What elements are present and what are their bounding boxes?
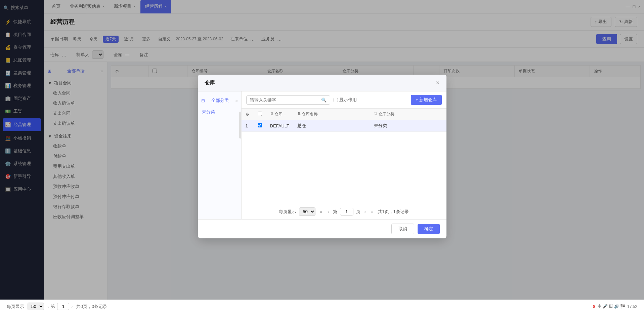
modal-search-icon: 🔍	[321, 97, 327, 103]
modal-table: ⚙ ⇅ 仓库... ⇅ 仓库名称	[242, 109, 446, 132]
taskbar-prev-btn[interactable]: ‹	[47, 304, 49, 309]
modal-prev-page[interactable]: ‹	[326, 208, 330, 215]
sort-icon2: ⇅	[297, 112, 301, 116]
row-checkbox[interactable]	[254, 120, 266, 132]
modal-body: ⊞ 全部分类 « 未分类 🔍 显示停用	[198, 91, 446, 219]
row-select-checkbox[interactable]	[258, 123, 262, 127]
taskbar-page-input[interactable]	[57, 303, 69, 310]
taskbar-per-page-label: 每页显示	[7, 304, 24, 310]
modal-last-page[interactable]: »	[370, 208, 375, 215]
show-disabled-checkbox[interactable]	[334, 98, 338, 102]
modal-page-input[interactable]	[340, 208, 353, 216]
sort-icon: ⇅	[270, 112, 273, 116]
modal-page-label: 第	[333, 209, 337, 215]
modal-sidebar-all-label: 全部分类	[211, 97, 229, 104]
modal-first-page[interactable]: «	[318, 208, 323, 215]
modal-per-page-label: 每页显示	[279, 209, 296, 215]
modal-toolbar: 🔍 显示停用 + 新增仓库	[242, 91, 446, 109]
row-category: 未分类	[370, 120, 446, 132]
modal-sidebar-collapse[interactable]: «	[235, 98, 238, 103]
taskbar-next-btn[interactable]: ›	[71, 304, 73, 309]
taskbar-brand: S	[593, 304, 596, 309]
modal-sidebar-grid-icon: ⊞	[201, 98, 205, 103]
row-name: 总仓	[293, 120, 370, 132]
confirm-button[interactable]: 确定	[418, 224, 440, 234]
taskbar-page-nav: ‹ 第 ›	[47, 303, 73, 310]
modal-sidebar-header: ⊞ 全部分类 «	[198, 95, 241, 106]
add-warehouse-button[interactable]: + 新增仓库	[411, 95, 441, 105]
row-code: DEFAULT	[266, 120, 294, 132]
modal-col-checkbox[interactable]	[254, 109, 266, 120]
modal-table-scroll: ⚙ ⇅ 仓库... ⇅ 仓库名称	[242, 109, 446, 204]
modal-pagination: 每页显示 50 « ‹ 第 页 › » 共1页，1条记录	[242, 204, 446, 219]
sort-icon3: ⇅	[374, 112, 377, 116]
row-id: 1	[242, 120, 254, 132]
modal-main: 🔍 显示停用 + 新增仓库 ⚙	[242, 91, 446, 219]
modal-search-box: 🔍	[246, 95, 330, 105]
taskbar-per-page-select[interactable]: 50	[28, 303, 44, 310]
modal-header: 仓库 ×	[198, 75, 446, 91]
taskbar: 每页显示 50 ‹ 第 › 共0页，0条记录 S 中 🎤 🖼 🔊 🏁 17:52	[0, 300, 644, 313]
taskbar-total: 共0页，0条记录	[76, 304, 107, 310]
modal-col-category: ⇅ 仓库分类	[370, 109, 446, 120]
modal-select-all[interactable]	[258, 112, 262, 116]
cancel-button[interactable]: 取消	[391, 224, 414, 234]
taskbar-page-label: 第	[51, 304, 55, 310]
modal-next-page[interactable]: ›	[363, 208, 367, 215]
modal-sidebar-item-uncategorized[interactable]: 未分类	[198, 106, 241, 118]
modal-search-input[interactable]	[250, 97, 319, 103]
taskbar-time: 17:52	[627, 304, 637, 309]
taskbar-left: 每页显示 50 ‹ 第 › 共0页，0条记录	[7, 303, 107, 310]
modal-per-page-select[interactable]: 50	[299, 207, 315, 216]
warehouse-modal: 仓库 × ⊞ 全部分类 « 未分类	[198, 75, 446, 238]
modal-total-label: 共1页，1条记录	[378, 209, 409, 215]
modal-page-next-label: 页	[356, 209, 360, 215]
modal-footer: 取消 确定	[198, 219, 446, 238]
modal-overlay: 仓库 × ⊞ 全部分类 « 未分类	[0, 0, 644, 313]
modal-table-row[interactable]: 1 DEFAULT 总仓 未分类	[242, 120, 446, 132]
modal-close-button[interactable]: ×	[436, 79, 440, 86]
modal-sidebar-scrollbar[interactable]	[239, 112, 241, 139]
modal-col-name: ⇅ 仓库名称	[293, 109, 370, 120]
modal-col-id: ⇅ 仓库...	[266, 109, 294, 120]
taskbar-right: S 中 🎤 🖼 🔊 🏁 17:52	[593, 304, 637, 309]
modal-title: 仓库	[205, 80, 215, 86]
show-disabled-text: 显示停用	[339, 97, 357, 103]
taskbar-icons: 中 🎤 🖼 🔊 🏁	[598, 304, 625, 309]
show-disabled-label[interactable]: 显示停用	[334, 97, 357, 103]
modal-col-settings[interactable]: ⚙	[242, 109, 254, 120]
modal-sidebar: ⊞ 全部分类 « 未分类	[198, 91, 242, 219]
